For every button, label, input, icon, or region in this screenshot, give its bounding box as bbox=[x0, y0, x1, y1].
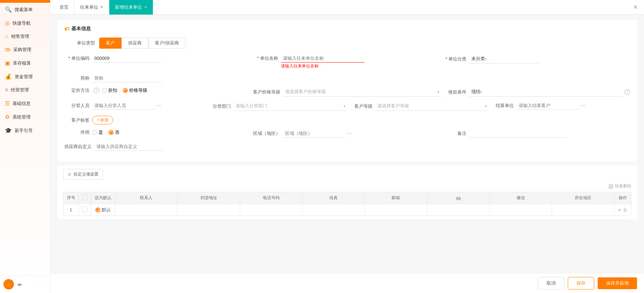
sidebar-item-quick-nav[interactable]: ◎ 快捷导航 bbox=[0, 16, 50, 30]
manager-input[interactable] bbox=[92, 101, 155, 110]
sidebar-item-sales[interactable]: ⌂ 销售管理 bbox=[0, 30, 50, 43]
unit-category-select[interactable]: 未分类 ▾ bbox=[469, 54, 539, 64]
unit-code-input[interactable] bbox=[92, 54, 162, 63]
radio-yes[interactable]: 是 bbox=[92, 129, 103, 136]
phone-input[interactable] bbox=[243, 207, 299, 212]
customer-level-select[interactable]: 请选择客户等级 ▾ bbox=[375, 101, 489, 111]
department-placeholder: 请输入分管部门 bbox=[236, 103, 343, 109]
address-input[interactable] bbox=[180, 207, 237, 212]
batch-delete-btn[interactable]: ⬜ 批量删除 bbox=[608, 183, 631, 189]
sidebar-item-guide[interactable]: 🎓 新手引导 bbox=[0, 124, 50, 137]
tab-new-contact[interactable]: 新增往来单位 ✕ bbox=[109, 0, 153, 15]
short-name-field: 简称 bbox=[64, 74, 253, 82]
supplier-custom-field: 供应商自定义 bbox=[64, 143, 630, 151]
cell-seq: 1 bbox=[63, 204, 79, 216]
supplier-custom-input[interactable] bbox=[94, 143, 164, 151]
col-checkbox bbox=[79, 192, 91, 204]
type-btn-both[interactable]: 客户/供应商 bbox=[148, 38, 186, 49]
sidebar-item-label: 基础信息 bbox=[13, 100, 31, 107]
save-button[interactable]: 保存 bbox=[568, 277, 594, 290]
payment-terms-select[interactable]: 现结 ▾ bbox=[469, 87, 623, 97]
department-select[interactable]: 请输入分管部门 ▾ bbox=[234, 101, 347, 111]
unit-name-input[interactable] bbox=[281, 54, 364, 63]
row-checkbox[interactable] bbox=[82, 206, 87, 212]
customer-price-placeholder: 请选择客户价格等级 bbox=[285, 89, 438, 95]
sidebar-item-purchase[interactable]: 🛍 采购管理 bbox=[0, 43, 50, 56]
cell-email[interactable] bbox=[365, 204, 427, 216]
qq-input[interactable] bbox=[430, 207, 487, 212]
region-input[interactable] bbox=[555, 207, 611, 212]
cell-region[interactable] bbox=[552, 204, 614, 216]
sidebar-item-search[interactable]: 🔍 搜索菜单 bbox=[0, 3, 50, 16]
cell-fax[interactable] bbox=[303, 204, 365, 216]
col-seq: 序号 bbox=[63, 192, 79, 204]
add-row-btn[interactable]: + bbox=[618, 207, 621, 213]
sidebar-item-finance[interactable]: 💰 资金管理 bbox=[0, 70, 50, 83]
sidebar-home-icon[interactable]: ⌂ bbox=[3, 279, 14, 290]
settlement-unit-dots[interactable]: ··· bbox=[579, 103, 587, 109]
batch-delete-label: 批量删除 bbox=[615, 183, 631, 189]
save-new-button[interactable]: 保存并新增 bbox=[598, 277, 637, 289]
fax-input[interactable] bbox=[305, 207, 362, 212]
pricing-help-icon[interactable]: ? bbox=[94, 88, 99, 93]
unit-category-value: 未分类 bbox=[471, 56, 485, 62]
tab-new-contact-close[interactable]: ✕ bbox=[144, 5, 147, 9]
radio-no[interactable]: 否 bbox=[109, 129, 119, 136]
sidebar-item-label: 系统管理 bbox=[13, 114, 31, 120]
pricing-method-field: 定价方法 ? 折扣 价格等级 bbox=[64, 87, 253, 93]
system-icon: ⚙ bbox=[5, 114, 10, 120]
cell-qq[interactable] bbox=[427, 204, 489, 216]
region-dots[interactable]: ··· bbox=[346, 130, 353, 137]
custom-settings-label: 自定义项设置 bbox=[73, 171, 99, 177]
cell-address[interactable] bbox=[178, 204, 240, 216]
contact-input[interactable] bbox=[118, 207, 174, 212]
tab-contacts-close[interactable]: ✕ bbox=[100, 5, 103, 9]
unit-category-field: 单位分类 未分类 ▾ bbox=[441, 54, 630, 64]
tag-add-label: + 标签 bbox=[97, 117, 109, 123]
main-close-button[interactable]: ✕ bbox=[630, 4, 641, 10]
row-default-radio[interactable]: 默认 bbox=[94, 207, 112, 213]
col-fax: 传真 bbox=[303, 192, 365, 204]
unit-name-error: 请输入往来单位名称 bbox=[281, 63, 442, 69]
tab-contacts[interactable]: 往来单位 ✕ bbox=[74, 0, 109, 15]
email-input[interactable] bbox=[368, 207, 424, 212]
cancel-button[interactable]: 取消 bbox=[538, 277, 564, 290]
sidebar-item-operations[interactable]: ≡ 经营管理 bbox=[0, 83, 50, 97]
col-phone: 电话号码 bbox=[240, 192, 302, 204]
sidebar-item-label: 销售管理 bbox=[11, 33, 29, 40]
radio-no-circle bbox=[109, 130, 113, 135]
tag-add-btn[interactable]: + 标签 bbox=[92, 116, 113, 124]
del-row-btn[interactable]: 🗑 bbox=[623, 207, 628, 213]
form-row-tag: 客户标签 + 标签 bbox=[64, 116, 630, 124]
sidebar-item-basic-info[interactable]: ☰ 基础信息 bbox=[0, 97, 50, 110]
sidebar-item-system[interactable]: ⚙ 系统管理 bbox=[0, 110, 50, 124]
type-btn-supplier[interactable]: 供应商 bbox=[121, 38, 148, 49]
cell-phone[interactable] bbox=[240, 204, 302, 216]
region-input[interactable] bbox=[283, 129, 346, 138]
radio-price-level[interactable]: 价格等级 bbox=[123, 87, 147, 93]
sidebar-item-inventory[interactable]: ▣ 库存核算 bbox=[0, 56, 50, 70]
customer-price-arrow: ▾ bbox=[438, 90, 439, 94]
payment-terms-help[interactable]: ? bbox=[625, 89, 630, 95]
sidebar-item-label: 新手引导 bbox=[15, 128, 33, 134]
cell-contact[interactable] bbox=[115, 204, 178, 216]
radio-discount[interactable]: 折扣 bbox=[102, 87, 117, 93]
settlement-unit-input[interactable] bbox=[517, 101, 579, 110]
short-name-input[interactable] bbox=[92, 74, 162, 82]
wechat-input[interactable] bbox=[493, 207, 549, 212]
customer-tag-label: 客户标签 bbox=[64, 117, 92, 123]
custom-settings-btn[interactable]: ⚙ 自定义项设置 bbox=[63, 169, 103, 180]
tab-new-contact-label: 新增往来单位 bbox=[115, 4, 142, 10]
note-input[interactable] bbox=[469, 129, 567, 138]
tab-home[interactable]: 首页 bbox=[54, 0, 74, 15]
type-btn-customer[interactable]: 客户 bbox=[99, 38, 121, 49]
basic-info-icon: ☰ bbox=[5, 100, 10, 107]
cell-wechat[interactable] bbox=[489, 204, 552, 216]
unit-code-label: 单位编码 bbox=[64, 55, 92, 62]
unit-type-label: 单位类型 bbox=[64, 40, 99, 46]
customer-tag-field: 客户标签 + 标签 bbox=[64, 116, 630, 124]
select-all-checkbox[interactable] bbox=[82, 195, 87, 200]
unit-category-label: 单位分类 bbox=[441, 56, 469, 62]
manager-dots[interactable]: ··· bbox=[155, 103, 162, 109]
customer-price-select[interactable]: 请选择客户价格等级 ▾ bbox=[283, 87, 442, 97]
